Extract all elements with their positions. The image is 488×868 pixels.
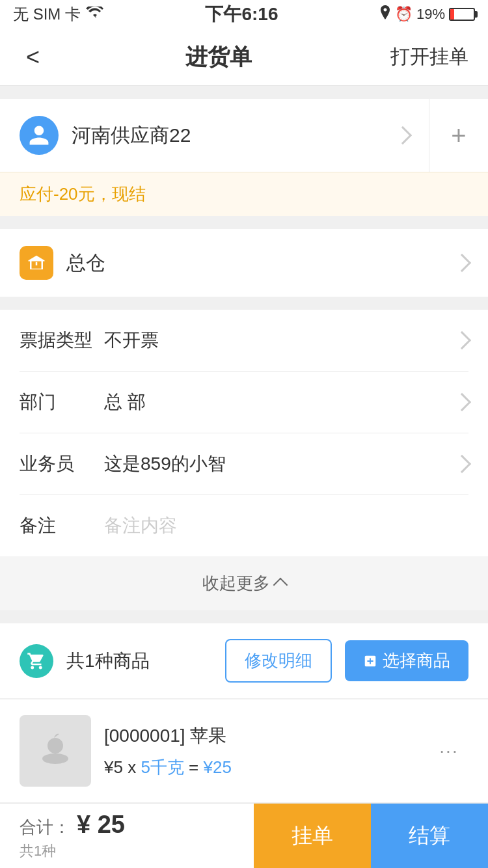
gap-2 bbox=[0, 216, 488, 229]
battery-percentage: 19% bbox=[416, 6, 445, 23]
supplier-name: 河南供应商22 bbox=[72, 122, 396, 149]
warehouse-icon bbox=[20, 246, 53, 280]
nav-bar: < 进货单 打开挂单 bbox=[0, 29, 488, 86]
invoice-type-label: 票据类型 bbox=[20, 328, 104, 353]
product-thumbnail bbox=[20, 715, 91, 787]
footer: 合计： ¥ 25 共1种 挂单 结算 bbox=[0, 803, 488, 868]
balance-note: 应付-20元，现结 bbox=[0, 172, 488, 216]
status-right: ⏰ 19% bbox=[379, 5, 475, 23]
wifi-icon bbox=[86, 5, 104, 23]
department-label: 部门 bbox=[20, 390, 104, 414]
product-item: [0000001] 苹果 ¥5 x 5千克 = ¥25 ··· bbox=[0, 699, 488, 802]
pending-button[interactable]: 挂单 bbox=[254, 804, 371, 868]
page-title: 进货单 bbox=[185, 42, 252, 72]
select-product-label: 选择商品 bbox=[383, 649, 450, 672]
product-more-button[interactable]: ··· bbox=[429, 740, 468, 761]
back-button[interactable]: < bbox=[20, 37, 46, 77]
alarm-icon: ⏰ bbox=[395, 6, 413, 23]
supplier-selector[interactable]: 河南供应商22 bbox=[0, 99, 429, 172]
footer-total-label: 合计： bbox=[20, 816, 70, 839]
warehouse-name: 总仓 bbox=[66, 250, 455, 277]
remark-input[interactable]: 备注内容 bbox=[104, 513, 468, 538]
salesman-chevron-icon bbox=[453, 455, 471, 473]
invoice-type-row[interactable]: 票据类型 不开票 bbox=[0, 310, 488, 371]
carrier-text: 无 SIM 卡 bbox=[13, 4, 81, 25]
department-value: 总 部 bbox=[104, 390, 455, 414]
battery-icon bbox=[449, 8, 475, 21]
product-price: ¥5 x 5千克 = ¥25 bbox=[104, 756, 416, 779]
footer-total-amount: ¥ 25 bbox=[77, 811, 125, 839]
products-header: 共1种商品 修改明细 选择商品 bbox=[0, 623, 488, 698]
edit-detail-button[interactable]: 修改明细 bbox=[225, 639, 332, 683]
products-icon bbox=[20, 644, 53, 678]
collapse-label: 收起更多 bbox=[202, 572, 270, 595]
product-quantity: 5千克 bbox=[141, 757, 183, 777]
footer-count: 共1种 bbox=[20, 841, 234, 861]
product-multiply: x bbox=[128, 757, 141, 777]
gap-1 bbox=[0, 86, 488, 99]
product-name: [0000001] 苹果 bbox=[104, 724, 416, 748]
footer-total-row: 合计： ¥ 25 bbox=[20, 811, 234, 839]
remark-row[interactable]: 备注 备注内容 bbox=[0, 495, 488, 556]
warehouse-section[interactable]: 总仓 bbox=[0, 229, 488, 297]
department-chevron-icon bbox=[453, 393, 471, 411]
warehouse-chevron-icon bbox=[453, 254, 471, 272]
product-unit-price: ¥5 bbox=[104, 757, 123, 777]
settle-button[interactable]: 结算 bbox=[371, 804, 488, 868]
product-equals: = bbox=[189, 757, 203, 777]
location-icon bbox=[379, 5, 391, 23]
status-left: 无 SIM 卡 bbox=[13, 4, 104, 25]
collapse-arrow-icon bbox=[273, 577, 288, 592]
department-row[interactable]: 部门 总 部 bbox=[0, 372, 488, 433]
product-count-label: 共1种商品 bbox=[66, 649, 212, 673]
salesman-row[interactable]: 业务员 这是859的小智 bbox=[0, 433, 488, 495]
open-pending-button[interactable]: 打开挂单 bbox=[390, 44, 468, 70]
salesman-label: 业务员 bbox=[20, 452, 104, 476]
product-total: ¥25 bbox=[204, 757, 232, 777]
select-product-button[interactable]: 选择商品 bbox=[345, 640, 468, 681]
supplier-chevron-icon bbox=[394, 126, 412, 144]
product-name-text: 苹果 bbox=[190, 726, 226, 746]
product-info: [0000001] 苹果 ¥5 x 5千克 = ¥25 bbox=[104, 724, 416, 779]
supplier-avatar bbox=[20, 116, 59, 155]
status-bar: 无 SIM 卡 下午6:16 ⏰ 19% bbox=[0, 0, 488, 29]
supplier-section: 河南供应商22 + bbox=[0, 99, 488, 172]
invoice-type-value: 不开票 bbox=[104, 328, 455, 353]
svg-point-0 bbox=[47, 738, 63, 753]
form-section: 票据类型 不开票 部门 总 部 业务员 这是859的小智 备注 备注内容 bbox=[0, 310, 488, 556]
invoice-chevron-icon bbox=[453, 331, 471, 349]
add-button[interactable]: + bbox=[429, 108, 488, 163]
salesman-value: 这是859的小智 bbox=[104, 452, 455, 476]
status-time: 下午6:16 bbox=[205, 2, 278, 27]
gap-3 bbox=[0, 297, 488, 310]
remark-label: 备注 bbox=[20, 513, 104, 538]
product-code: [0000001] bbox=[104, 726, 185, 746]
footer-total: 合计： ¥ 25 共1种 bbox=[0, 804, 254, 868]
collapse-button[interactable]: 收起更多 bbox=[0, 556, 488, 610]
svg-point-1 bbox=[42, 753, 68, 764]
